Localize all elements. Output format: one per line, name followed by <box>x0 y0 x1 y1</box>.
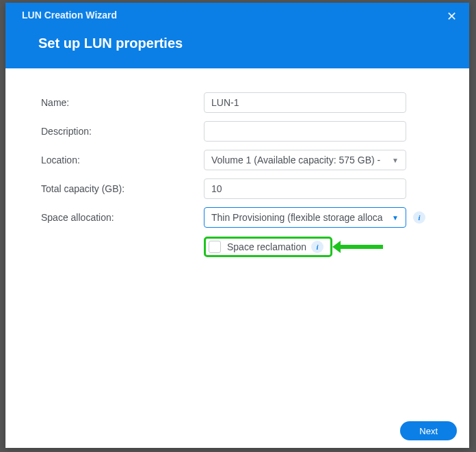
info-icon[interactable]: i <box>311 241 323 253</box>
row-allocation: Space allocation: Thin Provisioning (fle… <box>41 207 434 228</box>
row-description: Description: <box>41 120 434 142</box>
chevron-down-icon: ▼ <box>392 157 399 164</box>
dialog-header: LUN Creation Wizard ✕ Set up LUN propert… <box>5 3 469 68</box>
label-description: Description: <box>41 126 204 137</box>
arrow-annotation <box>339 245 383 249</box>
info-icon[interactable]: i <box>413 211 425 224</box>
dropdown-location-value: Volume 1 (Available capacity: 575 GB) - <box>211 155 380 165</box>
row-reclamation: Space reclamation i <box>204 235 434 258</box>
label-allocation: Space allocation: <box>41 212 204 223</box>
highlight-annotation: Space reclamation i <box>204 237 332 257</box>
label-capacity: Total capacity (GB): <box>41 183 204 194</box>
input-name[interactable] <box>204 92 406 113</box>
dropdown-location[interactable]: Volume 1 (Available capacity: 575 GB) - … <box>204 150 406 170</box>
input-capacity[interactable] <box>204 178 406 199</box>
label-location: Location: <box>41 155 204 165</box>
chevron-down-icon: ▼ <box>392 214 399 222</box>
lun-creation-wizard-dialog: LUN Creation Wizard ✕ Set up LUN propert… <box>5 3 469 448</box>
row-capacity: Total capacity (GB): <box>41 178 434 200</box>
dialog-footer: Next <box>5 414 469 448</box>
label-name: Name: <box>41 97 204 108</box>
row-location: Location: Volume 1 (Available capacity: … <box>41 149 434 171</box>
close-button[interactable]: ✕ <box>443 8 460 25</box>
next-button[interactable]: Next <box>400 421 457 440</box>
page-title: Set up LUN properties <box>22 36 453 51</box>
input-description[interactable] <box>204 121 406 142</box>
dialog-body: Name: Description: Location: Volume 1 (A… <box>5 68 469 414</box>
label-reclamation: Space reclamation <box>227 241 306 252</box>
checkbox-reclamation[interactable] <box>209 241 221 253</box>
close-icon: ✕ <box>447 9 457 24</box>
dropdown-allocation[interactable]: Thin Provisioning (flexible storage allo… <box>204 207 406 228</box>
row-name: Name: <box>41 92 434 114</box>
dropdown-allocation-value: Thin Provisioning (flexible storage allo… <box>211 212 383 223</box>
window-title: LUN Creation Wizard <box>22 3 453 21</box>
